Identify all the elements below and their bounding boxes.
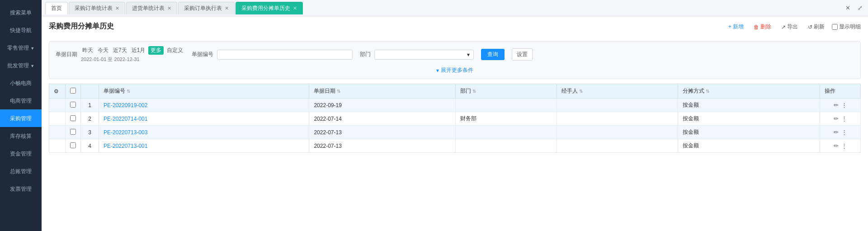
col-split-method: 分摊方式⇅: [678, 84, 820, 99]
edit-icon[interactable]: ✏: [834, 102, 839, 108]
data-table: ⚙ 单据编号⇅ 单据日期⇅ 部门⇅ 经手人⇅: [49, 84, 861, 153]
date-field: 单据日期 昨天今天近7天近1月更多自定义 2022-01-01 至 2022-1…: [56, 46, 184, 63]
tab-home[interactable]: 首页: [45, 2, 68, 14]
row-num: 2: [81, 112, 99, 126]
dept-field: 部门 ▾: [360, 50, 474, 60]
export-button[interactable]: ↗ 导出: [778, 22, 801, 32]
date-shortcut-昨天[interactable]: 昨天: [81, 46, 94, 55]
row-handler: [557, 139, 678, 153]
row-actions: ✏ ⋮: [820, 139, 861, 153]
edit-icon[interactable]: ✏: [834, 115, 839, 122]
display-detail-toggle[interactable]: 显示明细: [832, 23, 861, 31]
row-check[interactable]: [66, 99, 81, 112]
tab-close-icon[interactable]: ✕: [167, 5, 171, 11]
tab-purchase-cost[interactable]: 采购费用分摊单历史✕: [236, 2, 303, 14]
row-split-method: 按金额: [678, 112, 820, 126]
date-shortcut-自定义[interactable]: 自定义: [165, 46, 184, 55]
table-row: 4 PE-20220713-001 2022-07-13 按金额 ✏ ⋮: [49, 139, 861, 153]
expand-more-button[interactable]: ▾ 展开更多条件: [56, 66, 854, 74]
row-num: 4: [81, 139, 99, 153]
row-settings: [49, 99, 66, 112]
edit-icon[interactable]: ✏: [834, 142, 839, 149]
sidebar-item-label: 总账管理: [2, 168, 40, 175]
maximize-button[interactable]: ⤢: [856, 4, 864, 12]
sidebar-item-label: 搜索菜单: [2, 9, 40, 17]
tab-close-icon[interactable]: ✕: [225, 5, 229, 11]
table-row: 1 PE-20220919-002 2022-09-19 按金额 ✏ ⋮: [49, 99, 861, 112]
row-checkbox[interactable]: [70, 129, 76, 135]
edit-icon[interactable]: ✏: [834, 129, 839, 136]
col-handler: 经手人⇅: [557, 84, 678, 99]
select-all-checkbox[interactable]: [70, 88, 76, 94]
tab-label: 采购订单统计表: [75, 5, 113, 12]
row-check[interactable]: [66, 112, 81, 126]
table-row: 2 PE-20220714-001 2022-07-14 财务部 按金额 ✏ ⋮: [49, 112, 861, 126]
row-split-method: 按金额: [678, 139, 820, 153]
dept-select[interactable]: ▾: [374, 50, 474, 60]
col-check: [66, 84, 81, 99]
sidebar-item-finance[interactable]: 资金管理: [0, 145, 42, 162]
date-shortcut-更多[interactable]: 更多: [148, 46, 164, 55]
row-settings: [49, 126, 66, 139]
sidebar-item-label: 电商管理: [2, 97, 40, 105]
row-checkbox[interactable]: [70, 102, 76, 108]
col-settings[interactable]: ⚙: [49, 84, 66, 99]
refresh-button[interactable]: ↺ 刷新: [805, 22, 827, 32]
col-num: [81, 84, 99, 99]
row-check[interactable]: [66, 139, 81, 153]
row-check[interactable]: [66, 126, 81, 139]
sidebar-item-retail[interactable]: 零售管理 ▼: [0, 39, 42, 57]
delete-icon: 🗑: [754, 24, 759, 30]
more-icon[interactable]: ⋮: [841, 115, 847, 122]
tab-close-icon[interactable]: ✕: [115, 5, 119, 11]
sidebar-item-inventory[interactable]: 库存核算: [0, 127, 42, 145]
sort-icon-handler: ⇅: [579, 89, 583, 94]
tab-close-icon[interactable]: ✕: [293, 5, 297, 11]
more-icon[interactable]: ⋮: [841, 129, 847, 136]
toolbar: + 新增 🗑 删除 ↗ 导出 ↺ 刷新 显示明细: [726, 22, 861, 32]
order-no-input[interactable]: [217, 50, 353, 60]
sidebar-item-purchase[interactable]: 采购管理: [0, 109, 42, 127]
settings-button[interactable]: 设置: [512, 48, 533, 61]
date-shortcuts: 昨天今天近7天近1月更多自定义 2022-01-01 至 2022-12-31: [81, 46, 184, 63]
sidebar-item-wholesale[interactable]: 批发管理 ▼: [0, 57, 42, 74]
close-all-button[interactable]: ✕: [844, 4, 852, 12]
row-checkbox[interactable]: [70, 115, 76, 121]
tab-inbound-summary[interactable]: 进货单统计表✕: [126, 2, 177, 14]
action-icons: ✏ ⋮: [825, 115, 856, 122]
order-no-link[interactable]: PE-20220919-002: [104, 102, 147, 108]
delete-button[interactable]: 🗑 删除: [751, 22, 774, 32]
row-order-date: 2022-07-13: [309, 126, 456, 139]
page-title: 采购费用分摊单历史: [49, 22, 114, 31]
order-no-link[interactable]: PE-20220714-001: [104, 116, 147, 122]
sort-icon-order-no: ⇅: [127, 89, 130, 94]
row-order-no: PE-20220713-001: [99, 139, 309, 153]
tab-label: 进货单统计表: [132, 5, 165, 12]
date-shortcut-近7天[interactable]: 近7天: [112, 46, 128, 55]
tab-purchase-summary[interactable]: 采购订单统计表✕: [69, 2, 125, 14]
search-row: 单据日期 昨天今天近7天近1月更多自定义 2022-01-01 至 2022-1…: [56, 46, 854, 63]
date-shortcut-近1月[interactable]: 近1月: [130, 46, 147, 55]
more-icon[interactable]: ⋮: [841, 102, 847, 108]
more-icon[interactable]: ⋮: [841, 142, 847, 149]
sidebar-item-ecommerce[interactable]: 电商管理: [0, 92, 42, 109]
row-dept: [456, 99, 557, 112]
row-actions: ✏ ⋮: [820, 112, 861, 126]
sidebar-item-invoice[interactable]: 发票管理: [0, 180, 42, 198]
order-no-link[interactable]: PE-20220713-001: [104, 143, 147, 149]
row-checkbox[interactable]: [70, 142, 76, 148]
sidebar-item-label: 零售管理 ▼: [2, 44, 40, 52]
search-button[interactable]: 查询: [481, 49, 505, 60]
sidebar-item-label: 采购管理: [2, 115, 40, 123]
row-num: 1: [81, 99, 99, 112]
display-detail-checkbox[interactable]: [832, 24, 838, 30]
add-button[interactable]: + 新增: [726, 22, 746, 32]
sidebar-item-mobile[interactable]: 小畅电商: [0, 74, 42, 92]
sidebar-item-search[interactable]: 搜索菜单: [0, 4, 42, 21]
sidebar-item-ledger[interactable]: 总账管理: [0, 162, 42, 180]
date-shortcut-今天[interactable]: 今天: [96, 46, 110, 55]
sidebar-item-label: 快捷导航: [2, 27, 40, 34]
order-no-link[interactable]: PE-20220713-003: [104, 129, 147, 136]
sidebar-item-shortcut[interactable]: 快捷导航: [0, 21, 42, 39]
tab-purchase-exec[interactable]: 采购订单执行表✕: [178, 2, 235, 14]
